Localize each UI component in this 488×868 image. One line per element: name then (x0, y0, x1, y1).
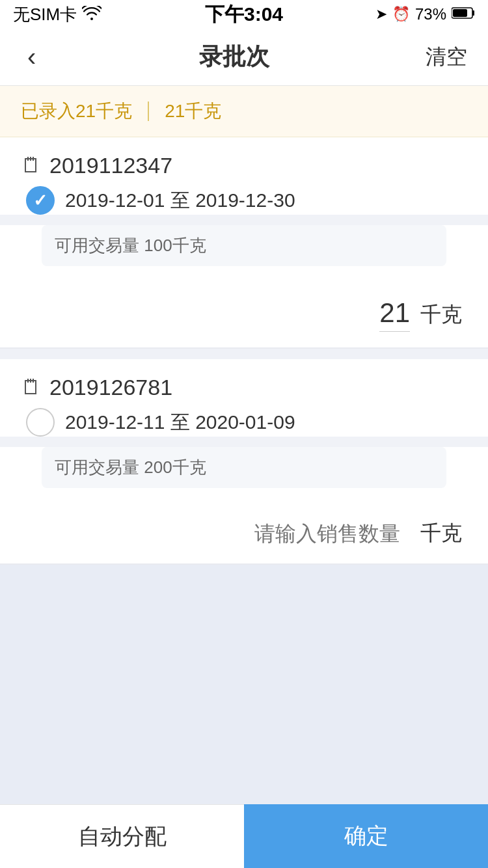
batch2-radio[interactable] (26, 408, 55, 437)
location-icon: ➤ (375, 6, 387, 23)
batch1-available: 可用交易量 100千克 (42, 225, 446, 266)
batch1-header: 🗒 2019112347 (21, 153, 467, 178)
batch1-date-row: 2019-12-01 至 2019-12-30 (21, 186, 467, 215)
battery-icon (452, 5, 475, 23)
batch1-available-wrap: 可用交易量 100千克 (0, 225, 488, 282)
wifi-icon (82, 5, 102, 25)
info-divider (148, 102, 149, 121)
batch1-number: 2019112347 (49, 153, 172, 178)
status-right: ➤ ⏰ 73% (375, 5, 475, 23)
batch2-date: 2019-12-11 至 2020-01-09 (65, 409, 295, 436)
page-title: 录批次 (199, 41, 269, 73)
batch1-quantity-row: 21 千克 (0, 282, 488, 349)
status-left: 无SIM卡 (13, 3, 102, 26)
status-bar: 无SIM卡 下午3:04 ➤ ⏰ 73% (0, 0, 488, 29)
total-amount: 21千克 (165, 99, 221, 124)
batch1-date: 2019-12-01 至 2019-12-30 (65, 187, 295, 214)
batch2-input-row: 千克 (0, 504, 488, 565)
batch2-available-wrap: 可用交易量 200千克 (0, 447, 488, 504)
time-display: 下午3:04 (205, 1, 283, 28)
batch2-date-row: 2019-12-11 至 2020-01-09 (21, 408, 467, 437)
batch2-header: 🗒 2019126781 (21, 375, 467, 400)
battery-text: 73% (415, 5, 446, 23)
batch2-icon: 🗒 (21, 375, 42, 400)
batch2-available: 可用交易量 200千克 (42, 447, 446, 488)
batch-item-1: 🗒 2019112347 2019-12-01 至 2019-12-30 (0, 137, 488, 215)
alarm-icon: ⏰ (392, 6, 410, 23)
batch1-quantity-value: 21 (379, 297, 410, 332)
batch1-radio[interactable] (26, 186, 55, 215)
back-button[interactable]: ‹ (21, 36, 42, 78)
batch2-input-unit: 千克 (420, 519, 462, 548)
batch2-quantity-input[interactable] (26, 522, 410, 546)
svg-rect-2 (453, 9, 467, 17)
auto-distribute-button[interactable]: 自动分配 (0, 804, 244, 868)
info-banner: 已录入21千克 21千克 (0, 86, 488, 137)
confirm-button[interactable]: 确定 (244, 804, 488, 868)
batch1-icon: 🗒 (21, 154, 42, 178)
clear-button[interactable]: 清空 (426, 43, 467, 72)
carrier-text: 无SIM卡 (13, 3, 77, 26)
batch1-quantity-unit: 千克 (420, 301, 462, 329)
svg-rect-1 (472, 10, 474, 16)
nav-bar: ‹ 录批次 清空 (0, 29, 488, 86)
batch-item-2: 🗒 2019126781 2019-12-11 至 2020-01-09 (0, 359, 488, 437)
batch2-number: 2019126781 (49, 375, 172, 400)
recorded-amount: 已录入21千克 (21, 99, 132, 124)
section-divider (0, 349, 488, 359)
bottom-bar: 自动分配 确定 (0, 804, 488, 868)
